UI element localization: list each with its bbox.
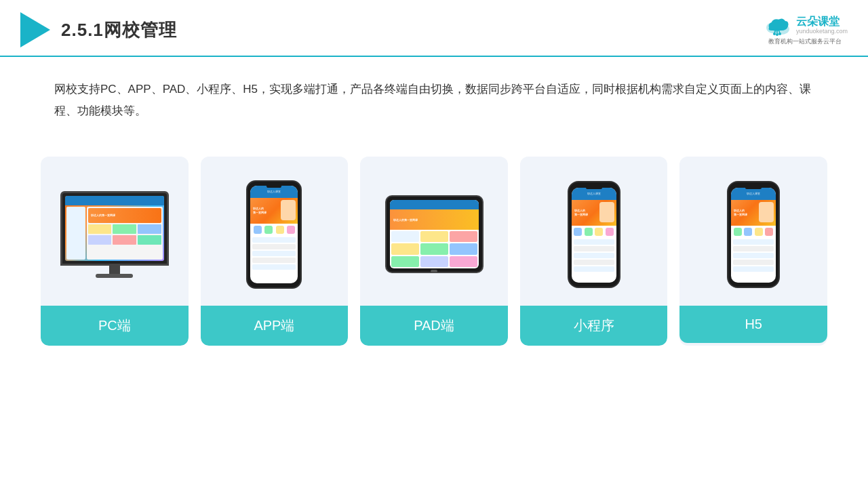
app-phone-screen: 职达人课堂 职达人的第一堂网课 xyxy=(250,186,298,283)
h5-card: 职达人课堂 职达人的第一堂网课 xyxy=(679,157,827,346)
brand-logo-area: 云朵课堂 yunduoketang.com 教育机构一站式服务云平台 xyxy=(762,14,848,46)
pad-tablet-outer: 职达人的第一堂网课 xyxy=(385,195,484,273)
app-phone-mockup: 职达人课堂 职达人的第一堂网课 xyxy=(246,180,302,289)
pad-card: 职达人的第一堂网课 xyxy=(360,157,508,346)
pc-screen-inner: 职达人的第一堂网课 xyxy=(65,196,164,261)
h5-phone-notch xyxy=(745,186,762,189)
pc-image-area: 职达人的第一堂网课 xyxy=(41,157,189,306)
description-text: 网校支持PC、APP、PAD、小程序、H5，实现多端打通，产品各终端自由切换，数… xyxy=(0,57,868,136)
app-card: 职达人课堂 职达人的第一堂网课 xyxy=(201,157,349,346)
app-image-area: 职达人课堂 职达人的第一堂网课 xyxy=(201,157,349,306)
mini-card: 职达人课堂 职达人的第一堂网课 xyxy=(520,157,668,346)
brand-logo: 云朵课堂 yunduoketang.com xyxy=(762,14,848,36)
logo-triangle-icon xyxy=(20,12,50,47)
pad-tablet-screen: 职达人的第一堂网课 xyxy=(390,200,479,268)
svg-point-3 xyxy=(773,33,776,35)
mini-image-area: 职达人课堂 职达人的第一堂网课 xyxy=(520,157,668,306)
pad-image-area: 职达人的第一堂网课 xyxy=(360,157,508,306)
brand-name-text: 云朵课堂 yunduoketang.com xyxy=(796,15,848,35)
svg-point-4 xyxy=(776,33,778,36)
app-phone-outer: 职达人课堂 职达人的第一堂网课 xyxy=(246,180,302,289)
pc-card: 职达人的第一堂网课 xyxy=(41,157,189,346)
pad-tablet-mockup: 职达人的第一堂网课 xyxy=(385,195,484,273)
h5-phone-mockup: 职达人课堂 职达人的第一堂网课 xyxy=(727,181,780,288)
cloud-logo-icon xyxy=(762,14,792,36)
pc-card-label: PC端 xyxy=(41,306,189,346)
page-header: 2.5.1网校管理 云朵课堂 yunduoketang.com 教育机构一站式服… xyxy=(0,0,868,57)
phone-notch xyxy=(267,184,281,188)
platform-cards: 职达人的第一堂网课 xyxy=(0,143,868,366)
pc-screen-outer: 职达人的第一堂网课 xyxy=(60,191,169,266)
h5-card-label: H5 xyxy=(679,306,827,343)
pad-card-label: PAD端 xyxy=(360,306,508,346)
h5-phone-outer: 职达人课堂 职达人的第一堂网课 xyxy=(727,181,780,288)
mini-phone-notch xyxy=(586,186,602,189)
mini-phone-mockup: 职达人课堂 职达人的第一堂网课 xyxy=(568,181,620,288)
h5-image-area: 职达人课堂 职达人的第一堂网课 xyxy=(679,157,827,306)
mini-card-label: 小程序 xyxy=(520,306,668,346)
svg-point-5 xyxy=(778,33,781,35)
pc-mockup: 职达人的第一堂网课 xyxy=(60,191,169,278)
h5-phone-screen: 职达人课堂 职达人的第一堂网课 xyxy=(731,188,776,283)
brand-url: yunduoketang.com xyxy=(796,28,848,35)
page-title: 2.5.1网校管理 xyxy=(61,18,177,42)
app-card-label: APP端 xyxy=(201,306,349,346)
mini-phone-screen: 职达人课堂 职达人的第一堂网课 xyxy=(572,188,616,283)
mini-phone-outer: 职达人课堂 职达人的第一堂网课 xyxy=(568,181,620,288)
brand-tagline: 教育机构一站式服务云平台 xyxy=(768,37,842,46)
header-left: 2.5.1网校管理 xyxy=(20,12,177,47)
